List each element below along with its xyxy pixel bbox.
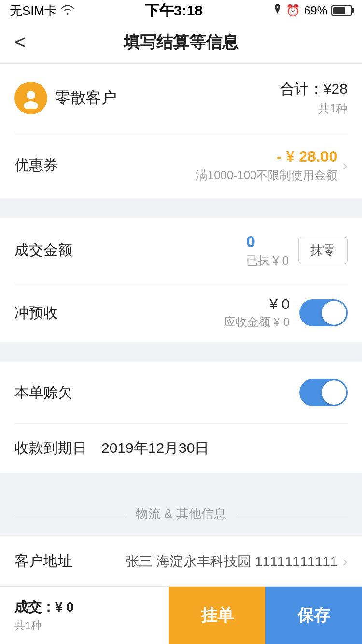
address-section: 客户地址 张三 海淀永丰科技园 11111111111 › — [0, 536, 362, 587]
customer-name: 零散客户 — [55, 87, 117, 109]
alarm-icon: ⏰ — [286, 4, 300, 17]
transaction-amount-right: 0 已抹 ¥ 0 抹零 — [246, 232, 348, 268]
section-gap-2 — [0, 352, 362, 362]
main-content: 零散客户 合计：¥28 共1种 优惠券 - ¥ 28.00 满1000-100不… — [0, 64, 362, 644]
address-value: 张三 海淀永丰科技园 11111111111 — [87, 552, 342, 571]
nav-bar: < 填写结算等信息 — [0, 21, 362, 64]
coupon-amount: - ¥ 28.00 — [277, 148, 337, 166]
address-chevron-icon: › — [342, 552, 348, 570]
debt-section: 本单赊欠 收款到期日 2019年12月30日 — [0, 362, 362, 473]
due-date-row: 收款到期日 2019年12月30日 — [0, 424, 362, 473]
logistics-header: 物流 & 其他信息 — [0, 492, 362, 536]
customer-section: 零散客户 合计：¥28 共1种 优惠券 - ¥ 28.00 满1000-100不… — [0, 64, 362, 198]
hold-button[interactable]: 挂单 — [169, 587, 265, 644]
customer-row: 零散客户 合计：¥28 共1种 — [0, 64, 362, 132]
amount-value: 0 — [246, 232, 289, 251]
battery-percent: 69% — [304, 4, 327, 17]
transaction-amount-label: 成交金额 — [14, 240, 72, 260]
address-row[interactable]: 客户地址 张三 海淀永丰科技园 11111111111 › — [0, 536, 362, 587]
back-button[interactable]: < — [14, 31, 26, 53]
chevron-right-icon: › — [342, 156, 348, 174]
section-gap-3 — [0, 482, 362, 492]
coupon-desc: 满1000-100不限制使用金额 — [196, 168, 337, 183]
bottom-trade-value: ¥ 0 — [55, 600, 74, 615]
wifi-icon — [61, 3, 74, 18]
page-title: 填写结算等信息 — [124, 31, 238, 54]
prepay-toggle[interactable] — [299, 299, 348, 326]
debt-label: 本单赊欠 — [14, 383, 72, 403]
coupon-amounts: - ¥ 28.00 满1000-100不限制使用金额 — [196, 148, 337, 183]
transaction-amount-values: 0 已抹 ¥ 0 — [246, 232, 289, 268]
status-bar: 无SIM卡 下午3:18 ⏰ 69% — [0, 0, 362, 21]
bottom-summary: 成交：¥ 0 共1种 — [0, 598, 169, 633]
due-date-label: 收款到期日 — [14, 438, 87, 458]
avatar — [14, 82, 47, 114]
bottom-trade-amount: 成交：¥ 0 — [14, 598, 154, 616]
prepay-amounts: ¥ 0 应收金额 ¥ 0 — [224, 296, 290, 330]
bottom-count: 共1种 — [14, 618, 154, 633]
battery-icon — [331, 5, 352, 16]
prepay-label: 冲预收 — [14, 303, 58, 323]
bottom-bar: 成交：¥ 0 共1种 挂单 保存 — [0, 586, 362, 644]
address-label: 客户地址 — [14, 551, 72, 571]
prepay-sub-amount: 应收金额 ¥ 0 — [224, 314, 290, 330]
svg-point-0 — [27, 91, 35, 99]
customer-left: 零散客户 — [14, 82, 117, 114]
transaction-amount-row: 成交金额 0 已抹 ¥ 0 抹零 — [0, 218, 362, 283]
prepay-row: 冲预收 ¥ 0 应收金额 ¥ 0 — [0, 283, 362, 342]
debt-row: 本单赊欠 — [0, 362, 362, 423]
total-count: 共1种 — [280, 101, 348, 116]
battery-fill — [333, 7, 345, 14]
logistics-title: 物流 & 其他信息 — [126, 505, 236, 522]
location-icon — [273, 4, 282, 17]
total-amount: 合计：¥28 — [280, 79, 348, 99]
due-date-value: 2019年12月30日 — [101, 438, 209, 458]
status-time: 下午3:18 — [145, 1, 203, 21]
debt-toggle[interactable] — [299, 379, 348, 406]
section-gap-1 — [0, 208, 362, 218]
carrier-text: 无SIM卡 — [10, 2, 57, 19]
coupon-right: - ¥ 28.00 满1000-100不限制使用金额 › — [196, 148, 348, 183]
status-left: 无SIM卡 — [10, 2, 74, 19]
toggle-thumb — [322, 301, 346, 325]
coupon-label: 优惠券 — [14, 155, 58, 175]
status-right: ⏰ 69% — [273, 4, 352, 17]
coupon-row[interactable]: 优惠券 - ¥ 28.00 满1000-100不限制使用金额 › — [0, 132, 362, 198]
round-zero-button[interactable]: 抹零 — [298, 237, 348, 264]
debt-toggle-thumb — [322, 380, 346, 405]
customer-right: 合计：¥28 共1种 — [280, 79, 348, 116]
transaction-section: 成交金额 0 已抹 ¥ 0 抹零 冲预收 ¥ 0 应收金额 ¥ 0 — [0, 218, 362, 342]
amount-sub: 已抹 ¥ 0 — [246, 253, 289, 268]
prepay-main-amount: ¥ 0 — [224, 296, 290, 312]
svg-point-1 — [24, 101, 38, 109]
prepay-right: ¥ 0 应收金额 ¥ 0 — [224, 296, 348, 330]
bottom-trade-label: 成交： — [14, 600, 55, 615]
save-button[interactable]: 保存 — [265, 587, 362, 644]
